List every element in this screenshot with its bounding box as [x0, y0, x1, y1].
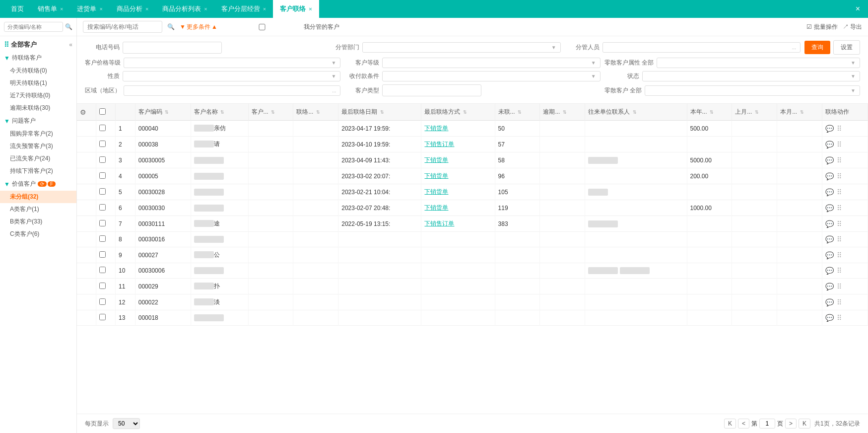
td-checkbox[interactable] — [96, 200, 115, 216]
sidebar-item-abnormal[interactable]: 囤购异常客户(2) — [0, 128, 76, 140]
price-grade-select[interactable]: ▼ — [124, 58, 340, 68]
status-select[interactable]: ▼ — [642, 71, 860, 81]
row-checkbox[interactable] — [99, 251, 106, 258]
dept-select[interactable]: ▼ — [362, 42, 560, 53]
message-icon[interactable]: 💬 — [825, 204, 834, 212]
th-this-year[interactable]: 本年... ⇅ — [687, 104, 732, 121]
td-checkbox[interactable] — [96, 184, 115, 200]
td-checkbox[interactable] — [96, 216, 115, 232]
td-checkbox[interactable] — [96, 168, 115, 184]
customer-grade-select[interactable]: ▼ — [382, 58, 600, 68]
sidebar-item-class-b[interactable]: B类客户(33) — [0, 216, 76, 228]
th-checkbox[interactable] — [96, 104, 115, 121]
td-checkbox[interactable] — [96, 152, 115, 168]
nav-product-list-close[interactable]: × — [204, 6, 207, 12]
nav-purchase[interactable]: 进货单 × — [70, 0, 109, 18]
apps-icon[interactable]: ⠿ — [837, 141, 842, 148]
apps-icon[interactable]: ⠿ — [837, 204, 842, 212]
sidebar-item-ungroup[interactable]: 未分组(32) — [0, 191, 76, 203]
message-icon[interactable]: 💬 — [825, 235, 834, 243]
nav-product-analysis[interactable]: 商品分析 × — [110, 0, 155, 18]
more-filters-button[interactable]: ▼ 更多条件 ▲ — [180, 23, 217, 31]
value-group-header[interactable]: ▼ 价值客户 ⟳ F — [0, 177, 76, 191]
row-checkbox[interactable] — [99, 188, 106, 195]
contact-method-link[interactable]: 下销售订单 — [424, 220, 454, 227]
retail-customer-select[interactable]: ▼ — [645, 85, 860, 96]
row-checkbox[interactable] — [99, 141, 106, 147]
nav-product-analysis-close[interactable]: × — [145, 6, 148, 12]
nav-customer-contact-close[interactable]: × — [309, 6, 312, 12]
message-icon[interactable]: 💬 — [825, 251, 834, 259]
apps-icon[interactable]: ⠿ — [837, 283, 842, 290]
nav-customer-segment-close[interactable]: × — [263, 6, 266, 12]
customer-type-input[interactable] — [382, 84, 481, 96]
sidebar-item-tomorrow[interactable]: 明天待联络(1) — [0, 77, 76, 89]
th-gear[interactable]: ⚙ — [77, 104, 96, 121]
my-customers-checkbox[interactable] — [222, 24, 302, 30]
td-checkbox[interactable] — [96, 263, 115, 279]
problem-group-header[interactable]: ▼ 问题客户 — [0, 114, 76, 128]
apps-icon[interactable]: ⠿ — [837, 235, 842, 243]
sidebar-item-7days[interactable]: 近7天待联络(0) — [0, 89, 76, 102]
apps-icon[interactable]: ⠿ — [837, 251, 842, 259]
row-checkbox[interactable] — [99, 204, 106, 211]
td-checkbox[interactable] — [96, 279, 115, 294]
sidebar-item-declining[interactable]: 持续下滑客户(2) — [0, 165, 76, 177]
sidebar-item-today[interactable]: 今天待联络(0) — [0, 65, 76, 77]
sidebar-item-overdue[interactable]: 逾期未联络(30) — [0, 102, 76, 114]
pending-group-header[interactable]: ▼ 待联络客户 — [0, 51, 76, 65]
next-page-button[interactable]: > — [785, 419, 797, 429]
th-last-date[interactable]: 最后联络日期 ⇅ — [338, 104, 421, 121]
td-checkbox[interactable] — [96, 137, 115, 152]
page-number-input[interactable] — [759, 419, 775, 429]
row-checkbox[interactable] — [99, 220, 106, 226]
sidebar-item-class-a[interactable]: A类客户(1) — [0, 203, 76, 216]
export-button[interactable]: ↗ 导出 — [843, 23, 862, 31]
filter-search-icon[interactable]: 🔍 — [167, 23, 175, 30]
sidebar-item-churn-warning[interactable]: 流失预警客户(3) — [0, 140, 76, 152]
th-contact[interactable]: 联络... ⇅ — [293, 104, 338, 121]
message-icon[interactable]: 💬 — [825, 125, 834, 133]
contact-method-link[interactable]: 下销货单 — [424, 125, 448, 132]
contact-method-link[interactable]: 下销货单 — [424, 172, 448, 179]
nav-sales[interactable]: 销售单 × — [31, 0, 70, 18]
apps-icon[interactable]: ⠿ — [837, 298, 842, 306]
nav-customer-contact[interactable]: 客户联络 × — [273, 0, 319, 18]
th-code[interactable]: 客户编码 ⇅ — [135, 104, 191, 121]
row-checkbox[interactable] — [99, 314, 106, 320]
apps-icon[interactable]: ⠿ — [837, 156, 842, 164]
th-last-method[interactable]: 最后联络方式 ⇅ — [421, 104, 495, 121]
manager-select[interactable]: ... — [602, 42, 801, 53]
window-close-button[interactable]: × — [852, 4, 864, 13]
th-not-contacted[interactable]: 未联... ⇅ — [495, 104, 540, 121]
nav-customer-segment[interactable]: 客户分层经营 × — [214, 0, 273, 18]
message-icon[interactable]: 💬 — [825, 141, 834, 148]
th-related-contact[interactable]: 往来单位联系人 ⇅ — [585, 104, 687, 121]
page-size-select[interactable]: 50 100 — [113, 418, 140, 429]
search-input[interactable] — [83, 21, 162, 33]
apps-icon[interactable]: ⠿ — [837, 220, 842, 228]
sidebar-item-class-c[interactable]: C类客户(6) — [0, 228, 76, 240]
contact-method-link[interactable]: 下销售订单 — [424, 141, 454, 147]
message-icon[interactable]: 💬 — [825, 220, 834, 228]
row-checkbox[interactable] — [99, 267, 106, 273]
th-type[interactable]: 客户... ⇅ — [248, 104, 293, 121]
th-overdue[interactable]: 逾期... ⇅ — [540, 104, 585, 121]
nature-select[interactable]: ▼ — [123, 71, 340, 81]
sidebar-search-input[interactable] — [4, 22, 63, 32]
th-name[interactable]: 客户名称 ⇅ — [191, 104, 248, 121]
row-checkbox[interactable] — [99, 156, 106, 163]
last-page-button[interactable]: K — [799, 419, 810, 429]
message-icon[interactable]: 💬 — [825, 267, 834, 275]
nav-product-list[interactable]: 商品分析列表 × — [155, 0, 214, 18]
apps-icon[interactable]: ⠿ — [837, 188, 842, 196]
td-checkbox[interactable] — [96, 310, 115, 326]
apps-icon[interactable]: ⠿ — [837, 314, 842, 322]
row-checkbox[interactable] — [99, 283, 106, 289]
contact-method-link[interactable]: 下销货单 — [424, 204, 448, 211]
th-last-month[interactable]: 上月... ⇅ — [732, 104, 777, 121]
select-all-checkbox[interactable] — [99, 108, 106, 115]
my-customers-checkbox-label[interactable]: 我分管的客户 — [222, 23, 339, 31]
nav-purchase-close[interactable]: × — [99, 6, 102, 12]
message-icon[interactable]: 💬 — [825, 156, 834, 164]
